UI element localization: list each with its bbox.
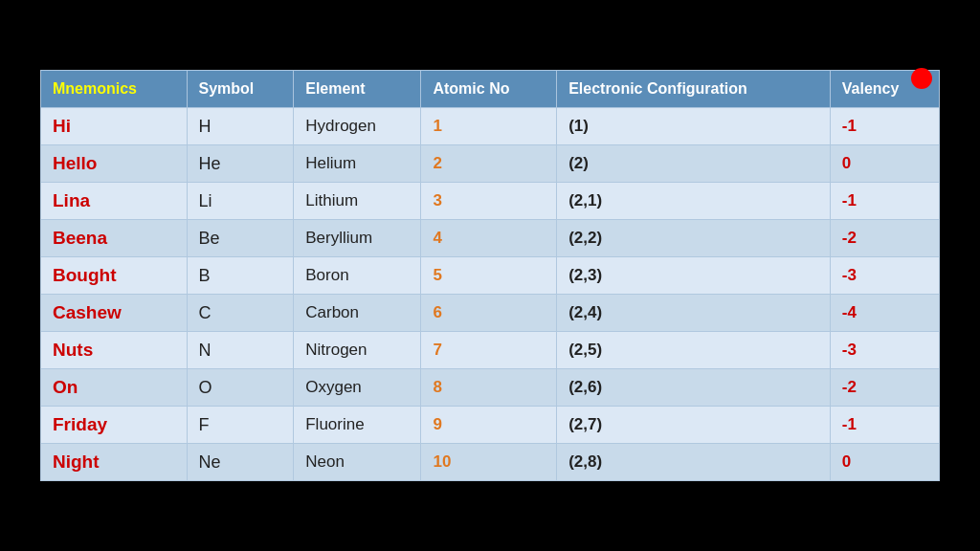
cell-atomic: 1 — [421, 108, 557, 145]
col-header-element: Element — [294, 71, 421, 108]
cell-symbol: B — [187, 257, 294, 295]
cell-symbol: H — [187, 108, 294, 145]
table-header-row: Mnemonics Symbol Element Atomic No Elect… — [41, 71, 940, 108]
cell-symbol: O — [187, 369, 294, 407]
table-row: OnOOxygen8(2,6)-2 — [41, 369, 940, 407]
table-row: HelloHeHelium2(2)0 — [41, 145, 940, 183]
cell-atomic: 9 — [421, 407, 557, 444]
cell-atomic: 3 — [421, 183, 557, 220]
cell-config: (2,2) — [557, 220, 831, 257]
cell-valency: -4 — [830, 295, 939, 332]
cell-atomic: 4 — [421, 220, 557, 257]
col-header-symbol: Symbol — [187, 71, 294, 108]
table-row: HiHHydrogen1(1)-1 — [41, 108, 940, 145]
cell-symbol: Li — [187, 183, 294, 220]
page-container: Mnemonics Symbol Element Atomic No Elect… — [21, 60, 959, 491]
cell-mnemonic: Hi — [41, 108, 188, 145]
cell-valency: -1 — [830, 183, 939, 220]
cell-atomic: 5 — [421, 257, 557, 295]
cell-valency: -1 — [830, 108, 939, 145]
col-header-atomic: Atomic No — [421, 71, 557, 108]
cell-mnemonic: Night — [41, 444, 188, 481]
cell-mnemonic: Lina — [41, 183, 188, 220]
cell-valency: -2 — [830, 220, 939, 257]
cell-mnemonic: Nuts — [41, 332, 188, 369]
cell-element: Helium — [294, 145, 421, 183]
cell-valency: -2 — [830, 369, 939, 407]
table-row: NightNeNeon10(2,8)0 — [41, 444, 940, 481]
cell-config: (2,5) — [557, 332, 831, 369]
table-row: BeenaBeBeryllium4(2,2)-2 — [41, 220, 940, 257]
cell-config: (2,1) — [557, 183, 831, 220]
cell-config: (2) — [557, 145, 831, 183]
cell-symbol: F — [187, 407, 294, 444]
cell-atomic: 10 — [421, 444, 557, 481]
cell-mnemonic: Bought — [41, 257, 188, 295]
elements-table: Mnemonics Symbol Element Atomic No Elect… — [40, 70, 940, 481]
cell-element: Boron — [294, 257, 421, 295]
cell-element: Carbon — [294, 295, 421, 332]
cell-element: Lithium — [294, 183, 421, 220]
cell-mnemonic: Hello — [41, 145, 188, 183]
cell-element: Fluorine — [294, 407, 421, 444]
table-row: FridayFFluorine9(2,7)-1 — [41, 407, 940, 444]
cell-atomic: 2 — [421, 145, 557, 183]
cell-valency: -1 — [830, 407, 939, 444]
cell-element: Beryllium — [294, 220, 421, 257]
cell-mnemonic: Beena — [41, 220, 188, 257]
cell-valency: 0 — [830, 444, 939, 481]
cell-atomic: 7 — [421, 332, 557, 369]
table-row: NutsNNitrogen7(2,5)-3 — [41, 332, 940, 369]
cell-symbol: C — [187, 295, 294, 332]
cell-mnemonic: On — [41, 369, 188, 407]
cell-config: (2,4) — [557, 295, 831, 332]
cell-valency: -3 — [830, 257, 939, 295]
cell-symbol: N — [187, 332, 294, 369]
cell-symbol: Be — [187, 220, 294, 257]
cell-config: (1) — [557, 108, 831, 145]
table-wrapper: Mnemonics Symbol Element Atomic No Elect… — [21, 60, 959, 491]
cell-atomic: 6 — [421, 295, 557, 332]
cell-element: Hydrogen — [294, 108, 421, 145]
cell-atomic: 8 — [421, 369, 557, 407]
cell-mnemonic: Cashew — [41, 295, 188, 332]
cell-element: Oxygen — [294, 369, 421, 407]
cell-element: Neon — [294, 444, 421, 481]
col-header-config: Electronic Configuration — [557, 71, 831, 108]
cell-symbol: Ne — [187, 444, 294, 481]
cell-element: Nitrogen — [294, 332, 421, 369]
cell-config: (2,3) — [557, 257, 831, 295]
cell-config: (2,7) — [557, 407, 831, 444]
table-row: CashewCCarbon6(2,4)-4 — [41, 295, 940, 332]
red-dot-indicator — [911, 68, 932, 89]
cell-symbol: He — [187, 145, 294, 183]
cell-valency: -3 — [830, 332, 939, 369]
cell-mnemonic: Friday — [41, 407, 188, 444]
cell-valency: 0 — [830, 145, 939, 183]
cell-config: (2,6) — [557, 369, 831, 407]
table-row: LinaLiLithium3(2,1)-1 — [41, 183, 940, 220]
col-header-mnemonics: Mnemonics — [41, 71, 188, 108]
table-row: BoughtBBoron5(2,3)-3 — [41, 257, 940, 295]
cell-config: (2,8) — [557, 444, 831, 481]
